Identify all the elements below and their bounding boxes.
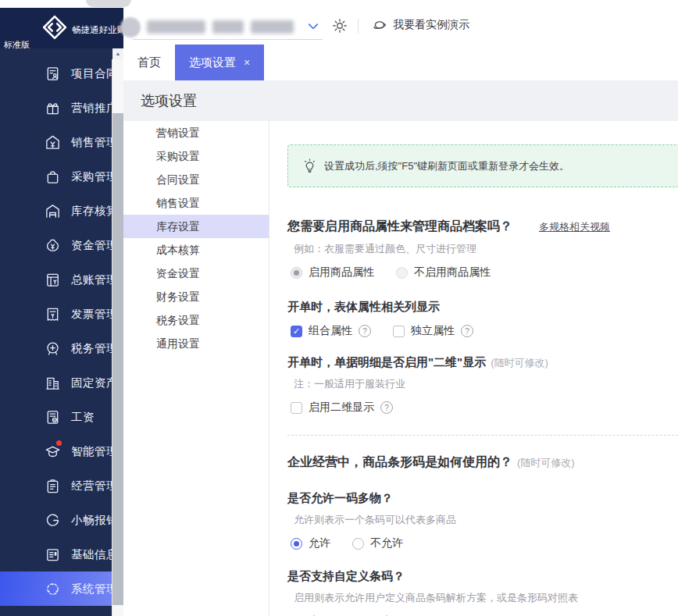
inventory-icon <box>45 203 61 219</box>
settings-nav-item[interactable]: 采购设置 <box>123 144 269 168</box>
main-panel: 设置成功后,须按"F5"键刷新页面或重新登录才会生效。 您需要启用商品属性来管理… <box>270 121 678 616</box>
radio-control[interactable] <box>291 538 302 550</box>
dashed-divider <box>287 435 678 436</box>
settings-nav-item[interactable]: 销售设置 <box>123 191 269 215</box>
base-info-icon <box>45 547 61 563</box>
reimburse-icon <box>45 512 61 529</box>
sidebar-item[interactable]: 总账管理 <box>0 262 123 297</box>
brand-name: 畅捷通好业财 <box>72 24 123 36</box>
sidebar-item[interactable]: 销售管理 <box>0 125 123 159</box>
sidebar-item[interactable]: 资金管理 <box>0 228 123 262</box>
option-label: 允许 <box>309 536 330 550</box>
section-note: (随时可修改) <box>517 457 575 468</box>
help-icon[interactable] <box>461 325 473 337</box>
bulb-icon <box>302 158 317 173</box>
sidebar-item[interactable]: 发票管理 <box>0 297 123 331</box>
tab-options-settings[interactable]: 选项设置 × <box>175 45 264 80</box>
operation-icon <box>45 478 61 494</box>
checkbox-option[interactable]: 独立属性 <box>393 324 473 338</box>
sidebar-scroll-up-button[interactable]: ▲ <box>112 48 123 59</box>
option-label: 组合属性 <box>309 324 352 338</box>
video-link[interactable]: 多规格相关视频 <box>539 221 610 233</box>
section-title: 是否允许一码多物？ <box>287 491 678 506</box>
settings-nav-item[interactable]: 库存设置 <box>123 215 269 238</box>
tab-bar: 首页 选项设置 × <box>123 45 678 80</box>
section-attribute-columns: 开单时，表体属性相关列显示 组合属性独立属性 <box>287 300 678 338</box>
section-one-code-multi-items: 是否允许一码多物？ 允许则表示一个条码可以代表多商品 允许不允许 <box>287 491 678 550</box>
help-icon[interactable] <box>359 325 371 337</box>
checkbox-control[interactable] <box>291 402 302 414</box>
sidebar-item[interactable]: 营销推广 <box>0 91 123 125</box>
sidebar-item[interactable]: 库存核算 <box>0 194 123 228</box>
demo-link[interactable]: 我要看实例演示 <box>372 17 469 33</box>
brand-logo: 畅捷通好业财 标准版 <box>0 8 123 48</box>
checkbox-option[interactable]: 启用二维显示 <box>291 401 393 415</box>
sidebar-item[interactable]: 小畅报销 <box>0 503 123 537</box>
gear-icon[interactable] <box>331 17 348 34</box>
tax-icon <box>45 340 61 357</box>
settings-nav: 营销设置采购设置合同设置销售设置库存设置成本核算资金设置财务设置税务设置通用设置 <box>123 121 269 616</box>
help-icon[interactable] <box>380 401 393 414</box>
demo-link-label: 我要看实例演示 <box>393 18 469 32</box>
radio-control[interactable] <box>396 267 408 279</box>
radio-group: 允许不允许 <box>287 536 678 550</box>
sidebar-item[interactable]: 经营管理 <box>0 468 123 503</box>
settings-nav-item[interactable]: 合同设置 <box>123 168 269 191</box>
sidebar-item[interactable]: 智能管理 <box>0 434 123 468</box>
hint-banner: 设置成功后,须按"F5"键刷新页面或重新登录才会生效。 <box>287 144 678 187</box>
section-title: 企业经营中，商品条形码是如何使用的？ <box>287 455 512 468</box>
sidebar-scrollbar-thumb[interactable] <box>112 113 123 605</box>
sidebar-item[interactable]: 基础信息 <box>0 537 123 571</box>
section-title: 是否支持自定义条码？ <box>287 569 678 584</box>
notification-badge <box>56 440 62 446</box>
checkbox-control[interactable] <box>291 326 302 337</box>
close-icon[interactable]: × <box>244 56 250 69</box>
radio-option[interactable]: 允许 <box>291 536 330 550</box>
settings-nav-item[interactable]: 通用设置 <box>123 332 269 355</box>
radio-option[interactable]: 不允许 <box>352 536 403 550</box>
section-title: 开单时，单据明细是否启用"二维"显示 <box>287 355 486 369</box>
section-hint: 例如：衣服需要通过颜色、尺寸进行管理 <box>287 242 678 256</box>
option-label: 不启用商品属性 <box>414 265 491 280</box>
settings-nav-item[interactable]: 财务设置 <box>123 285 269 308</box>
org-avatar-redacted <box>120 17 141 37</box>
planet-icon <box>372 17 387 33</box>
page-title: 选项设置 <box>123 80 678 121</box>
chevron-down-icon[interactable] <box>306 20 320 34</box>
radio-control[interactable] <box>352 538 364 550</box>
brand-edition: 标准版 <box>4 39 30 51</box>
hint-banner-text: 设置成功后,须按"F5"键刷新页面或重新登录才会生效。 <box>324 159 569 173</box>
sidebar-item[interactable]: 采购管理 <box>0 159 123 194</box>
topbar: 我要看实例演示 <box>123 8 678 45</box>
tab-home[interactable]: 首页 <box>125 45 173 80</box>
tab-label: 选项设置 <box>189 55 236 70</box>
redacted-artifact <box>86 0 131 7</box>
settings-nav-item[interactable]: 成本核算 <box>123 238 269 262</box>
sidebar-item[interactable]: 工资 <box>0 400 123 434</box>
radio-option[interactable]: 启用商品属性 <box>291 265 374 280</box>
radio-control[interactable] <box>291 267 302 279</box>
settings-nav-item[interactable]: 税务设置 <box>123 308 269 332</box>
section-hint: 启用则表示允许用户定义商品条码解析方案，或是条形码对照表 <box>287 591 678 605</box>
org-switcher-underline <box>133 39 323 40</box>
sidebar-menu: 项目合同 营销推广 销售管理 采购管理 库存核算 资金管理 总账管理 发票管理 … <box>0 56 123 606</box>
sidebar-item[interactable]: 项目合同 <box>0 56 123 91</box>
settings-nav-item[interactable]: 资金设置 <box>123 262 269 285</box>
radio-group: 启用商品属性不启用商品属性 <box>287 265 678 280</box>
settings-nav-item[interactable]: 营销设置 <box>123 121 269 144</box>
sidebar-item[interactable]: 系统管理 <box>0 571 123 606</box>
sidebar: 畅捷通好业财 标准版 项目合同 营销推广 销售管理 采购管理 库存核算 资金管理… <box>0 8 123 616</box>
checkbox-group: 启用二维显示 <box>287 401 678 415</box>
option-label: 启用二维显示 <box>309 401 374 415</box>
section-product-attributes: 您需要启用商品属性来管理商品档案吗？多规格相关视频 例如：衣服需要通过颜色、尺寸… <box>287 219 678 280</box>
sidebar-item[interactable]: 固定资产 <box>0 365 123 400</box>
checkbox-control[interactable] <box>393 326 405 337</box>
checkbox-option[interactable]: 组合属性 <box>291 324 371 338</box>
org-switcher-redacted[interactable] <box>147 20 294 34</box>
sidebar-item[interactable]: 税务管理 <box>0 331 123 365</box>
option-label: 不允许 <box>370 536 403 550</box>
radio-option[interactable]: 不启用商品属性 <box>396 265 491 280</box>
brand-logo-icon <box>42 15 67 40</box>
contract-icon <box>45 66 61 82</box>
section-2d-display: 开单时，单据明细是否启用"二维"显示(随时可修改) 注：一般适用于服装行业 启用… <box>287 355 678 415</box>
